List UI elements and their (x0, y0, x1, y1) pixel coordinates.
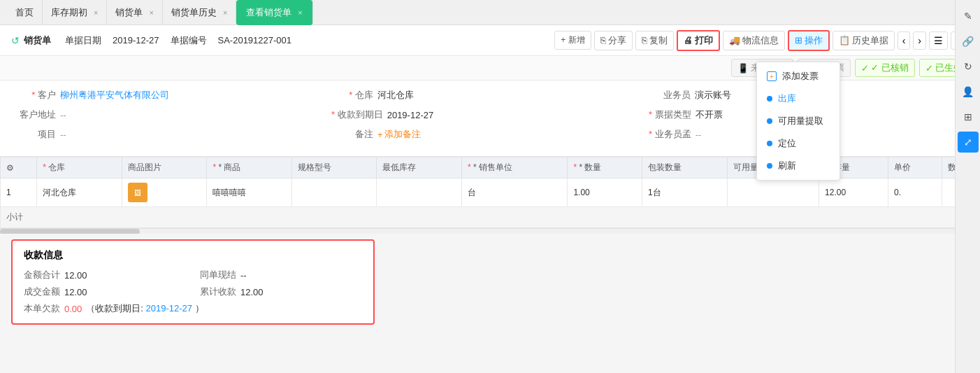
doc-icon: ↺ (11, 35, 20, 46)
sidebar-link-icon[interactable]: 🔗 (958, 31, 979, 52)
salesperson-value: 演示账号 (695, 89, 731, 101)
copy-icon: ⎘ (642, 35, 647, 45)
plus-icon: + (377, 129, 383, 140)
logistics-button[interactable]: 🚚 物流信息 (723, 31, 785, 50)
summary-grid: 金额合计 12.00 同单现结 -- 成交金额 12.00 累计收款 12.00… (24, 269, 362, 315)
customer-value[interactable]: 柳州粤港平安气体有限公司 (60, 89, 169, 101)
copy-button[interactable]: ⎘ 复制 (635, 31, 674, 50)
col-quantity: * 数量 (568, 157, 642, 178)
number-label: 单据编号 (171, 34, 207, 47)
add-note-button[interactable]: + 添加备注 (377, 128, 421, 141)
date-label: 单据日期 (65, 34, 101, 47)
print-button[interactable]: 🖨 打印 (677, 30, 720, 51)
available-qty-label: 可用量提取 (778, 115, 823, 127)
ticket-type-label: 票据类型 (649, 108, 691, 121)
subtotal-row: 小计 (1, 207, 980, 228)
summary-title: 收款信息 (24, 249, 362, 262)
main-toolbar: ↺ 销货单 单据日期 2019-12-27 单据编号 SA-20191227-0… (0, 25, 980, 56)
note-field: 备注 + 添加备注 (331, 128, 649, 141)
deal-amount-value: 12.00 (64, 287, 87, 297)
salesperson2-value: -- (696, 129, 702, 140)
tab-inventory-init-label: 库存期初 (51, 6, 87, 19)
next-button[interactable]: › (913, 31, 926, 50)
prev-button[interactable]: ‹ (898, 31, 911, 50)
cell-pack-qty: 1台 (642, 178, 728, 207)
dropdown-refresh[interactable]: 刷新 (757, 155, 840, 177)
total-amount-label: 金额合计 (24, 269, 60, 281)
summary-deal-amount: 成交金额 12.00 (24, 286, 186, 298)
sidebar-expand-icon[interactable]: ⤢ (958, 132, 979, 153)
debt-value: 0.00 (64, 304, 82, 314)
share-button[interactable]: ⎘ 分享 (594, 31, 633, 50)
dropdown-locate[interactable]: 定位 (757, 132, 840, 155)
dropdown-add-invoice[interactable]: + 添加发票 (757, 65, 840, 87)
tab-inventory-init[interactable]: 库存期初 × (43, 0, 107, 25)
history-button[interactable]: 📋 历史单据 (833, 31, 895, 50)
project-field: 项目 -- (14, 128, 331, 141)
logistics-icon: 🚚 (729, 35, 740, 45)
tab-sales-order[interactable]: 销货单 × (107, 0, 162, 25)
number-value: SA-20191227-001 (218, 35, 292, 45)
confirm-button[interactable]: ✓ ✓ 已核销 (855, 59, 915, 77)
note-label: 备注 (331, 128, 373, 141)
cumulative-value: 12.00 (240, 287, 264, 297)
sidebar-rotate-icon[interactable]: ↻ (958, 56, 979, 77)
table-row: 1 河北仓库 🖼 嘻嘻嘻嘻 台 1.00 1台 12.00 0. (1, 178, 980, 207)
toolbar-meta: 单据日期 2019-12-27 单据编号 SA-20191227-001 (65, 34, 291, 47)
debt-label: 本单欠款 (24, 302, 60, 315)
date-value: 2019-12-27 (113, 35, 159, 45)
operate-button[interactable]: ⊞ 操作 (788, 30, 830, 51)
tab-inventory-init-close[interactable]: × (94, 8, 98, 17)
tab-sales-order-label: 销货单 (115, 6, 143, 19)
subtotal-label: 小计 (1, 207, 980, 228)
tab-view-sales[interactable]: 查看销货单 × (236, 0, 312, 25)
cell-quantity: 1.00 (568, 178, 642, 207)
project-label: 项目 (14, 128, 56, 141)
total-amount-value: 12.00 (64, 270, 87, 281)
sidebar-table-icon[interactable]: ⊞ (958, 106, 979, 127)
sidebar-edit-icon[interactable]: ✎ (958, 6, 979, 27)
summary-debt-row: 本单欠款 0.00 （收款到期日: 2019-12-27 ） (24, 302, 362, 315)
cell-unit: 台 (461, 178, 567, 207)
warehouse-field: 仓库 河北仓库 (331, 89, 649, 101)
table-scroll-bar[interactable] (0, 228, 980, 234)
summary-cumulative: 累计收款 12.00 (200, 286, 362, 298)
tab-sales-order-close[interactable]: × (149, 8, 153, 17)
toolbar-actions: + 新增 ⎘ 分享 ⎘ 复制 🖨 打印 🚚 物流信息 ⊞ 操作 📋 历史单据 ‹… (554, 30, 969, 51)
history-icon: 📋 (839, 35, 850, 45)
col-spec: 规格型号 (291, 157, 377, 178)
warehouse-value: 河北仓库 (377, 89, 414, 101)
salesperson2-label: 业务员孟 (649, 128, 691, 141)
col-min-stock: 最低库存 (377, 157, 462, 178)
add-invoice-label: 添加发票 (782, 70, 819, 83)
tab-sales-history-label: 销货单历史 (171, 6, 217, 19)
cell-current: 12.00 (819, 178, 888, 207)
tab-view-sales-close[interactable]: × (298, 8, 302, 17)
tab-sales-history[interactable]: 销货单历史 × (163, 0, 236, 25)
cell-min-stock (377, 178, 462, 207)
warehouse-label: 仓库 (331, 89, 373, 101)
cell-product: 嘻嘻嘻嘻 (207, 178, 292, 207)
sidebar-person-icon[interactable]: 👤 (958, 81, 979, 102)
add-button[interactable]: + 新增 (554, 31, 591, 50)
ticket-type-value: 不开票 (696, 108, 723, 121)
list-view-button[interactable]: ☰ (929, 31, 948, 50)
operate-dropdown: + 添加发票 出库 可用量提取 定位 刷新 (756, 62, 840, 181)
add-invoice-icon: + (767, 71, 777, 81)
debt-note: （收款到期日: 2019-12-27 ） (86, 302, 203, 315)
project-value: -- (60, 129, 66, 140)
doc-name-label: 销货单 (24, 34, 51, 47)
col-unit: * 销售单位 (461, 157, 567, 178)
summary-total-amount: 金额合计 12.00 (24, 269, 186, 281)
refresh-dot (767, 163, 772, 169)
tab-sales-history-close[interactable]: × (223, 8, 227, 17)
cell-avail (727, 178, 819, 207)
col-price: 单价 (888, 157, 942, 178)
dropdown-available-qty[interactable]: 可用量提取 (757, 110, 840, 132)
dropdown-outbound[interactable]: 出库 (757, 87, 840, 110)
tab-home[interactable]: 首页 (7, 0, 43, 25)
table-scroll-thumb[interactable] (0, 229, 140, 234)
share-icon: ⎘ (600, 35, 606, 45)
tab-home-label: 首页 (15, 6, 34, 19)
doc-title: ↺ 销货单 (11, 34, 51, 47)
